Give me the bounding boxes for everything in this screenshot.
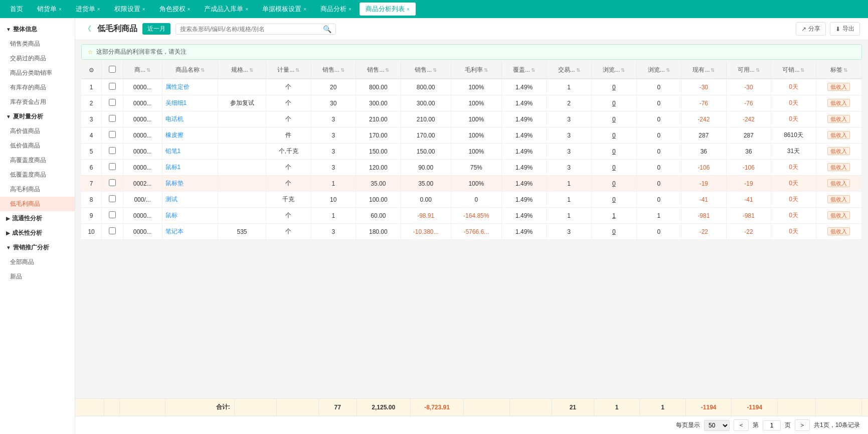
row-name[interactable]: 笔记本 bbox=[162, 224, 218, 240]
row-gross-margin: 0 bbox=[451, 192, 501, 208]
row-browse1[interactable]: 0 bbox=[591, 224, 636, 240]
sidebar-item-low-coverage[interactable]: 低覆盖度商品 bbox=[0, 168, 75, 182]
row-browse1[interactable]: 0 bbox=[591, 79, 636, 95]
col-browse1[interactable]: 浏览...⇅ bbox=[591, 62, 636, 79]
col-code[interactable]: 商...⇅ bbox=[123, 62, 162, 79]
row-checkbox[interactable] bbox=[109, 163, 116, 170]
nav-role-auth[interactable]: 角色授权× bbox=[153, 3, 197, 16]
row-name[interactable]: 鼠标1 bbox=[162, 160, 218, 176]
sidebar-group-growth-analysis[interactable]: ▶ 成长性分析 bbox=[0, 226, 75, 240]
row-checkbox[interactable] bbox=[109, 179, 116, 186]
row-checkbox[interactable] bbox=[109, 99, 116, 106]
sidebar-item-high-value[interactable]: 高价值商品 bbox=[0, 124, 75, 138]
nav-permissions[interactable]: 权限设置× bbox=[108, 3, 151, 16]
row-checkbox[interactable] bbox=[109, 131, 116, 138]
page-input[interactable] bbox=[763, 420, 781, 430]
row-browse1[interactable]: 0 bbox=[591, 143, 636, 160]
row-browse1[interactable]: 0 bbox=[591, 176, 636, 192]
col-transaction[interactable]: 交易...⇅ bbox=[547, 62, 592, 79]
sidebar-item-stocked-products[interactable]: 有库存的商品 bbox=[0, 80, 75, 95]
nav-product-analysis[interactable]: 商品分析× bbox=[314, 3, 358, 16]
sidebar-item-low-margin[interactable]: 低毛利商品 bbox=[0, 197, 75, 211]
row-checkbox[interactable] bbox=[109, 227, 116, 234]
time-filter-button[interactable]: 近一月 bbox=[142, 23, 170, 35]
close-icon[interactable]: × bbox=[188, 7, 191, 12]
col-sales-price[interactable]: 销售...⇅ bbox=[356, 62, 401, 79]
col-spec[interactable]: 规格...⇅ bbox=[218, 62, 266, 79]
sidebar-item-new-products[interactable]: 新品 bbox=[0, 269, 75, 284]
col-browse2[interactable]: 浏览...⇅ bbox=[636, 62, 681, 79]
row-name[interactable]: 电话机 bbox=[162, 111, 218, 127]
row-name[interactable]: 吴细细1 bbox=[162, 95, 218, 111]
row-sellable: 0天 bbox=[771, 95, 816, 111]
sidebar-item-traded-products[interactable]: 交易过的商品 bbox=[0, 51, 75, 66]
share-button[interactable]: ↗ 分享 bbox=[796, 22, 826, 36]
sidebar-item-sales-products[interactable]: 销售类商品 bbox=[0, 37, 75, 51]
next-page-button[interactable]: ＞ bbox=[795, 419, 810, 431]
search-icon[interactable]: 🔍 bbox=[323, 25, 331, 33]
per-page-select[interactable]: 50 100 bbox=[704, 420, 730, 431]
row-checkbox[interactable] bbox=[109, 147, 116, 154]
row-checkbox[interactable] bbox=[109, 211, 116, 218]
col-sales-qty[interactable]: 销售...⇅ bbox=[311, 62, 356, 79]
sidebar-item-low-value[interactable]: 低价值商品 bbox=[0, 138, 75, 153]
close-icon[interactable]: × bbox=[245, 7, 248, 12]
sidebar-item-inventory-capital[interactable]: 库存资金占用 bbox=[0, 95, 75, 109]
row-browse1[interactable]: 0 bbox=[591, 192, 636, 208]
col-unit[interactable]: 计量...⇅ bbox=[266, 62, 311, 79]
col-current-stock[interactable]: 现有...⇅ bbox=[681, 62, 727, 79]
prev-page-button[interactable]: ＜ bbox=[734, 419, 749, 431]
nav-home[interactable]: 首页 bbox=[4, 3, 29, 16]
col-sellable[interactable]: 可销...⇅ bbox=[771, 62, 816, 79]
nav-product-entry[interactable]: 产成品入库单× bbox=[198, 3, 254, 16]
close-icon[interactable]: × bbox=[407, 7, 410, 12]
row-name[interactable]: 测试 bbox=[162, 192, 218, 208]
row-checkbox[interactable] bbox=[109, 195, 116, 202]
row-name[interactable]: 鼠标 bbox=[162, 208, 218, 224]
row-checkbox[interactable] bbox=[109, 83, 116, 90]
export-button[interactable]: ⬇ 导出 bbox=[830, 22, 860, 36]
sidebar-item-all-products[interactable]: 全部商品 bbox=[0, 255, 75, 269]
sidebar-group-flow-analysis[interactable]: ▶ 流通性分析 bbox=[0, 211, 75, 226]
sidebar-collapse-button[interactable]: 《 bbox=[83, 24, 92, 35]
col-name[interactable]: 商品名称⇅ bbox=[162, 62, 218, 79]
col-available[interactable]: 可用...⇅ bbox=[726, 62, 771, 79]
select-all-checkbox[interactable] bbox=[109, 66, 116, 73]
row-browse1[interactable]: 0 bbox=[591, 127, 636, 143]
row-name[interactable]: 铅笔1 bbox=[162, 143, 218, 160]
col-gross-margin[interactable]: 毛利率⇅ bbox=[451, 62, 501, 79]
row-sellable: 0天 bbox=[771, 224, 816, 240]
nav-template-settings[interactable]: 单据模板设置× bbox=[256, 3, 312, 16]
row-name[interactable]: 橡皮擦 bbox=[162, 127, 218, 143]
col-settings[interactable]: ⚙ bbox=[81, 62, 102, 79]
close-icon[interactable]: × bbox=[303, 7, 306, 12]
row-name[interactable]: 属性定价 bbox=[162, 79, 218, 95]
close-icon[interactable]: × bbox=[97, 7, 100, 12]
table-row: 10 0000... 笔记本 535 个 3 180.00 -10,380...… bbox=[81, 224, 862, 240]
sidebar-item-category-sales-rate[interactable]: 商品分类助销率 bbox=[0, 66, 75, 80]
close-icon[interactable]: × bbox=[142, 7, 145, 12]
row-name[interactable]: 鼠标垫 bbox=[162, 176, 218, 192]
col-tag[interactable]: 标签⇅ bbox=[816, 62, 861, 79]
col-coverage[interactable]: 覆盖...⇅ bbox=[501, 62, 547, 79]
nav-product-analysis-list[interactable]: 商品分析列表× bbox=[360, 3, 416, 16]
row-browse1[interactable]: 0 bbox=[591, 95, 636, 111]
close-icon[interactable]: × bbox=[349, 7, 352, 12]
row-sellable: 31天 bbox=[771, 143, 816, 160]
search-input[interactable] bbox=[180, 26, 323, 33]
nav-purchase-order[interactable]: 进货单× bbox=[70, 3, 106, 16]
row-index: 9 bbox=[81, 208, 102, 224]
row-checkbox[interactable] bbox=[109, 115, 116, 122]
sidebar-item-high-coverage[interactable]: 高覆盖度商品 bbox=[0, 153, 75, 168]
row-browse1[interactable]: 0 bbox=[591, 160, 636, 176]
col-sales-amount[interactable]: 销售...⇅ bbox=[401, 62, 451, 79]
nav-sales-order[interactable]: 销货单× bbox=[31, 3, 68, 16]
sidebar-group-marketing-analysis[interactable]: ▼ 营销推广分析 bbox=[0, 240, 75, 255]
row-browse1[interactable]: 1 bbox=[591, 208, 636, 224]
close-icon[interactable]: × bbox=[59, 7, 62, 12]
row-browse1[interactable]: 0 bbox=[591, 111, 636, 127]
sidebar-group-overall[interactable]: ▼ 整体信息 bbox=[0, 22, 75, 37]
row-spec bbox=[218, 208, 266, 224]
sidebar-item-high-margin[interactable]: 高毛利商品 bbox=[0, 182, 75, 197]
sidebar-group-quantity-analysis[interactable]: ▼ 夏时量分析 bbox=[0, 109, 75, 124]
